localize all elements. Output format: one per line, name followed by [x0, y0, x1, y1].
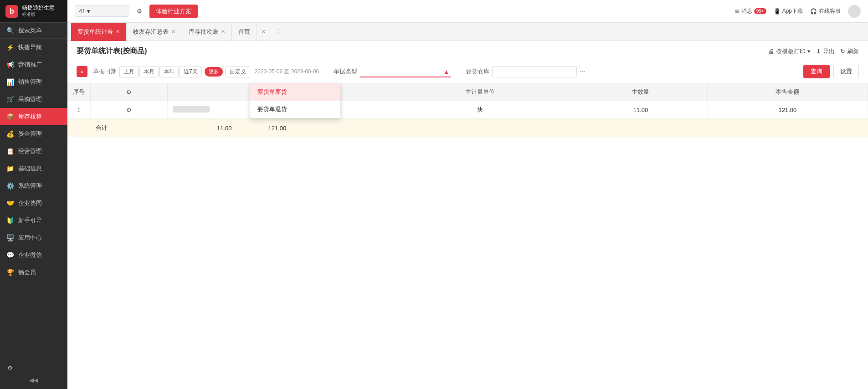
doc-type-arrow-icon[interactable]: ▲ — [443, 68, 449, 75]
main-area: 41 ▾ ⚙ 体验行业方案 ✉ 消息 99+ 📱 App下载 🎧 在线客服 要货… — [67, 0, 868, 389]
total-amount: 121.00 — [268, 125, 287, 132]
sidebar-label-inventory: 库存核算 — [18, 113, 42, 121]
page-content: 要货单统计表(按商品) 🖨 按模板打印 ▾ ⬇ 导出 ↻ 刷新 — [67, 41, 868, 389]
print-icon: 🖨 — [768, 48, 774, 55]
date-label: 单据日期 — [93, 67, 117, 76]
doc-type-input[interactable] — [360, 66, 451, 77]
cell-gear-0[interactable]: ⚙ — [91, 101, 168, 119]
sidebar-item-base-info[interactable]: 📁 基础信息 — [0, 160, 67, 177]
dropdown-item-requisition-return[interactable]: 要货单退货 — [250, 101, 340, 118]
sidebar-icon-vip: 🏆 — [5, 269, 15, 276]
doc-type-select-wrapper: ▲ — [360, 66, 451, 77]
sidebar-item-inventory[interactable]: 📦 库存核算 — [0, 108, 67, 125]
tab-close-requisition-stats[interactable]: ✕ — [116, 29, 120, 35]
download-icon: 📱 — [774, 8, 781, 15]
sidebar-search-label: 搜索菜单 — [18, 26, 42, 35]
online-service-label: 在线客服 — [819, 7, 841, 15]
sidebar-item-purchase[interactable]: 🛒 采购管理 — [0, 91, 67, 108]
date-btn-up-month[interactable]: 上月 — [119, 66, 139, 77]
user-avatar[interactable] — [848, 5, 861, 18]
sidebar-icon-app-center: 🖥️ — [5, 234, 15, 241]
data-table: 序号⚙商品主计量单位主数量零售金额 1 ⚙ 块 11.00 121.00 — [67, 83, 868, 119]
sidebar-settings-btn[interactable]: ⚙ — [0, 361, 67, 375]
th-settings-col: ⚙ — [91, 83, 168, 101]
filter-settings-btn[interactable]: 设置 — [833, 65, 859, 78]
query-btn[interactable]: 查询 — [803, 65, 830, 78]
page-header-actions: 🖨 按模板打印 ▾ ⬇ 导出 ↻ 刷新 — [768, 47, 859, 56]
tab-close-collection-summary[interactable]: ✕ — [171, 29, 175, 35]
logo-text: 畅捷通好生意 标准版 — [22, 5, 55, 18]
warehouse-label: 要货仓库 — [466, 67, 489, 76]
warehouse-more-icon[interactable]: ··· — [580, 67, 586, 76]
sidebar-item-finance[interactable]: 💰 资金管理 — [0, 125, 67, 143]
tab-bar: 要货单统计表✕收发存汇总表✕库存批次账✕首页 ✕ ⛶ — [67, 23, 868, 41]
warehouse-filter: 要货仓库 ··· — [466, 66, 586, 77]
sidebar-item-app-center[interactable]: 🖥️ 应用中心 — [0, 229, 67, 246]
table-body: 1 ⚙ 块 11.00 121.00 — [67, 101, 868, 119]
store-name: 41 — [79, 8, 85, 15]
store-selector[interactable]: 41 ▾ — [75, 5, 129, 17]
sidebar-item-marketing[interactable]: 📢 营销推广 — [0, 56, 67, 73]
settings-icon: ⚙ — [5, 364, 15, 371]
sidebar-collapse-btn[interactable]: ◀◀ — [0, 375, 67, 385]
sidebar-item-operations[interactable]: 📋 经营管理 — [0, 143, 67, 160]
tab-label-collection-summary: 收发存汇总表 — [133, 28, 169, 36]
dropdown-item-requisition-order[interactable]: 要货单要货 — [250, 83, 340, 101]
date-btn-this-month[interactable]: 本月 — [139, 66, 159, 77]
trial-btn[interactable]: 体验行业方案 — [149, 5, 198, 18]
date-range-text: 2023-05-06 至 2023-06-06 — [255, 68, 319, 76]
sidebar-label-newbie: 新手引导 — [18, 216, 42, 225]
th-amount: 零售金额 — [707, 83, 868, 101]
tab-close-inventory-batch[interactable]: ✕ — [221, 29, 225, 35]
sidebar-icon-inventory: 📦 — [5, 113, 15, 120]
tab-requisition-stats[interactable]: 要货单统计表✕ — [71, 23, 127, 41]
sidebar-item-system[interactable]: ⚙️ 系统管理 — [0, 177, 67, 194]
online-service-action[interactable]: 🎧 在线客服 — [810, 7, 841, 15]
warehouse-input[interactable] — [492, 66, 577, 77]
tab-collection-summary[interactable]: 收发存汇总表✕ — [127, 23, 182, 41]
tab-home[interactable]: 首页 — [232, 23, 257, 41]
header-gear-btn[interactable]: ⚙ — [133, 5, 146, 18]
refresh-btn[interactable]: ↻ 刷新 — [840, 47, 859, 56]
app-download-action[interactable]: 📱 App下载 — [774, 7, 803, 15]
app-logo: b 畅捷通好生意 标准版 — [0, 0, 67, 23]
tab-label-inventory-batch: 库存批次账 — [189, 28, 218, 36]
sidebar-item-wechat[interactable]: 💬 企业微信 — [0, 246, 67, 264]
sidebar-icon-system: ⚙️ — [5, 182, 15, 189]
table-header-row: 序号⚙商品主计量单位主数量零售金额 — [67, 83, 868, 101]
tab-fullscreen-btn[interactable]: ⛶ — [270, 26, 282, 38]
filter-bar: » 单据日期 上月本月本年近7天 更多 自定义 2023-05-06 至 202… — [67, 60, 868, 83]
sidebar-item-vip[interactable]: 🏆 畅会员 — [0, 264, 67, 281]
sidebar-item-newbie[interactable]: 🔰 新手引导 — [0, 212, 67, 229]
sidebar-label-enterprise: 企业协同 — [18, 199, 42, 207]
sidebar-item-quick-nav[interactable]: ⚡ 快捷导航 — [0, 39, 67, 56]
tab-label-requisition-stats: 要货单统计表 — [77, 28, 113, 36]
date-btn-this-year[interactable]: 本年 — [159, 66, 179, 77]
top-header: 41 ▾ ⚙ 体验行业方案 ✉ 消息 99+ 📱 App下载 🎧 在线客服 — [67, 0, 868, 23]
messages-badge: 99+ — [754, 8, 766, 14]
sidebar-icon-wechat: 💬 — [5, 251, 15, 259]
doc-type-label: 单据类型 — [334, 67, 357, 76]
date-btn-recent7[interactable]: 近7天 — [180, 66, 202, 77]
message-icon: ✉ — [735, 8, 740, 15]
sidebar-label-purchase: 采购管理 — [18, 95, 42, 103]
custom-date-btn[interactable]: 自定义 — [226, 66, 250, 77]
export-btn[interactable]: ⬇ 导出 — [816, 47, 835, 56]
print-btn[interactable]: 🖨 按模板打印 ▾ — [768, 47, 811, 56]
sidebar-item-sales[interactable]: 📊 销售管理 — [0, 73, 67, 91]
sidebar-bottom: ⚙ ◀◀ — [0, 357, 67, 389]
cell-amount-0: 121.00 — [707, 101, 868, 119]
sidebar-label-vip: 畅会员 — [18, 268, 36, 276]
cell-unit-0: 块 — [386, 101, 574, 119]
messages-action[interactable]: ✉ 消息 99+ — [735, 7, 766, 15]
header-left: 41 ▾ ⚙ 体验行业方案 — [75, 5, 728, 18]
tab-expand-btn[interactable]: ✕ — [257, 26, 270, 38]
sidebar-search[interactable]: 🔍 搜索菜单 — [0, 23, 67, 39]
tab-inventory-batch[interactable]: 库存批次账✕ — [182, 23, 232, 41]
table-footer: 合计 11.00 121.00 — [67, 119, 868, 137]
refresh-icon: ↻ — [840, 48, 845, 55]
print-dropdown-icon: ▾ — [807, 48, 811, 55]
more-dates-btn[interactable]: 更多 — [205, 67, 223, 77]
sidebar-item-enterprise[interactable]: 🤝 企业协同 — [0, 194, 67, 212]
filter-expand-btn[interactable]: » — [77, 66, 87, 77]
